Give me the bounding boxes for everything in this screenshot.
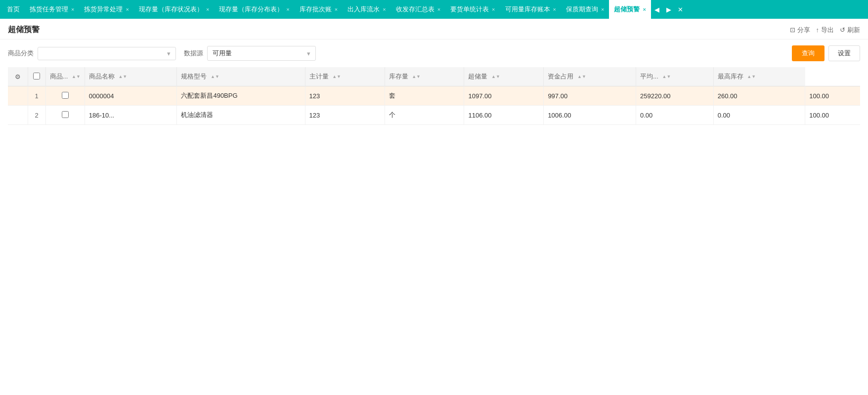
th-product-code-label: 商品... [50, 73, 68, 80]
sort-overstock-icon[interactable]: ▲▼ [491, 75, 500, 79]
category-select[interactable]: ▾ [38, 47, 176, 60]
share-button[interactable]: ⊡ 分享 [790, 26, 810, 35]
sort-stock-icon[interactable]: ▲▼ [412, 75, 421, 79]
sort-product-name-icon[interactable]: ▲▼ [118, 75, 127, 79]
nav-item-label: 保质期查询 [566, 5, 598, 14]
row-checkbox-cell [45, 106, 85, 125]
table-body: 10000004六配套新昌490BPG123套1097.00997.002592… [8, 86, 860, 125]
sort-capital-icon[interactable]: ▲▼ [577, 75, 586, 79]
row-checkbox-cell [45, 86, 85, 106]
nav-item-4[interactable]: 现存量（库存分布表）× [214, 0, 294, 19]
product-name-cell: 机油滤清器 [177, 106, 305, 125]
nav-item-6[interactable]: 出入库流水× [343, 0, 391, 19]
nav-item-5[interactable]: 库存批次账× [295, 0, 343, 19]
unit-cell: 套 [385, 86, 464, 106]
nav-close-icon[interactable]: × [492, 6, 495, 12]
sort-max-stock-icon[interactable]: ▲▼ [747, 75, 756, 79]
sort-spec-icon[interactable]: ▲▼ [211, 75, 219, 79]
sort-unit-icon[interactable]: ▲▼ [332, 75, 341, 79]
th-product-name-label: 商品名称 [89, 73, 115, 80]
nav-bar: 首页拣货任务管理×拣货异常处理×现存量（库存状况表）×现存量（库存分布表）×库存… [0, 0, 868, 19]
nav-item-label: 现存量（库存状况表） [139, 5, 203, 14]
nav-close-icon[interactable]: × [437, 6, 440, 12]
th-unit: 主计量 ▲▼ [305, 67, 385, 86]
nav-close-icon[interactable]: × [383, 6, 386, 12]
category-label: 商品分类 [8, 49, 34, 58]
avg-cell: 260.00 [713, 86, 805, 106]
nav-close-icon[interactable]: × [335, 6, 338, 12]
datasource-chevron-icon: ▾ [307, 50, 310, 57]
nav-prev-arrow[interactable]: ◀ [651, 0, 663, 19]
nav-close-icon[interactable]: × [126, 6, 129, 12]
nav-close-icon[interactable]: × [643, 6, 646, 12]
nav-close-icon[interactable]: × [286, 6, 289, 12]
avg-cell: 0.00 [713, 106, 805, 125]
nav-item-0[interactable]: 首页 [2, 0, 25, 19]
table-row: 2186-10...机油滤清器123个1106.001006.000.000.0… [8, 106, 860, 125]
nav-item-7[interactable]: 收发存汇总表× [391, 0, 445, 19]
refresh-button[interactable]: ↺ 刷新 [840, 26, 860, 35]
unit-cell: 个 [385, 106, 464, 125]
category-chevron-icon: ▾ [167, 50, 171, 57]
spec-cell: 123 [305, 86, 385, 106]
th-spec-label: 规格型号 [181, 73, 207, 80]
table-container: ⚙ 商品... ▲▼ 商品名称 ▲▼ 规格型号 ▲▼ 主计 [0, 67, 868, 125]
stock-cell: 1106.00 [464, 106, 544, 125]
nav-item-3[interactable]: 现存量（库存状况表）× [134, 0, 214, 19]
settings-button[interactable]: 设置 [828, 45, 860, 61]
nav-close-icon[interactable]: × [601, 6, 604, 12]
overstock-table: ⚙ 商品... ▲▼ 商品名称 ▲▼ 规格型号 ▲▼ 主计 [8, 67, 860, 125]
row-gear [8, 86, 28, 106]
export-icon: ↑ [816, 26, 820, 34]
select-all-checkbox[interactable] [33, 73, 40, 79]
nav-item-label: 现存量（库存分布表） [219, 5, 283, 14]
nav-item-8[interactable]: 要货单统计表× [445, 0, 500, 19]
th-spec: 规格型号 ▲▼ [177, 67, 305, 86]
category-filter-group: 商品分类 ▾ [8, 47, 176, 60]
row-checkbox[interactable] [62, 111, 69, 118]
nav-item-label: 可用量库存账本 [505, 5, 550, 14]
th-avg: 平均... ▲▼ [636, 67, 714, 86]
product-name-cell: 六配套新昌490BPG [177, 86, 305, 106]
stock-cell: 1097.00 [464, 86, 544, 106]
query-button[interactable]: 查询 [792, 45, 825, 61]
nav-item-label: 要货单统计表 [450, 5, 489, 14]
th-product-code: 商品... ▲▼ [45, 67, 85, 86]
nav-item-label: 首页 [7, 5, 20, 14]
refresh-icon: ↺ [840, 26, 845, 34]
nav-close-icon[interactable]: × [553, 6, 556, 12]
row-checkbox[interactable] [62, 92, 69, 99]
nav-close-icon[interactable]: × [71, 6, 74, 12]
nav-item-1[interactable]: 拣货任务管理× [25, 0, 79, 19]
nav-next-arrow[interactable]: ▶ [663, 0, 675, 19]
filter-actions: 查询 设置 [792, 45, 860, 61]
th-max-stock: 最高库存 ▲▼ [713, 67, 805, 86]
datasource-value: 可用量 [213, 49, 232, 58]
filter-area: 商品分类 ▾ 数据源 可用量 ▾ 查询 设置 [0, 40, 868, 67]
share-icon: ⊡ [790, 26, 795, 34]
sort-avg-icon[interactable]: ▲▼ [662, 75, 671, 79]
datasource-label: 数据源 [184, 49, 203, 58]
datasource-select[interactable]: 可用量 ▾ [207, 46, 316, 61]
sort-product-code-icon[interactable]: ▲▼ [72, 75, 81, 79]
overstock-cell: 1006.00 [544, 106, 636, 125]
nav-close-icon[interactable]: × [206, 6, 209, 12]
row-gear [8, 106, 28, 125]
th-capital: 资金占用 ▲▼ [544, 67, 636, 86]
gear-icon[interactable]: ⚙ [15, 73, 21, 80]
nav-item-label: 库存批次账 [300, 5, 332, 14]
nav-item-11[interactable]: 超储预警× [609, 0, 651, 19]
nav-item-10[interactable]: 保质期查询× [561, 0, 609, 19]
table-row: 10000004六配套新昌490BPG123套1097.00997.002592… [8, 86, 860, 106]
product-code-cell: 0000004 [85, 86, 177, 106]
nav-close-arrow[interactable]: ✕ [675, 0, 687, 19]
row-num-cell: 2 [28, 106, 45, 125]
nav-item-label: 超储预警 [614, 5, 640, 14]
overstock-cell: 997.00 [544, 86, 636, 106]
nav-item-2[interactable]: 拣货异常处理× [79, 0, 133, 19]
nav-item-9[interactable]: 可用量库存账本× [500, 0, 561, 19]
th-capital-label: 资金占用 [548, 73, 573, 80]
page-title: 超储预警 [8, 25, 40, 35]
th-gear: ⚙ [8, 67, 28, 86]
export-button[interactable]: ↑ 导出 [816, 26, 834, 35]
